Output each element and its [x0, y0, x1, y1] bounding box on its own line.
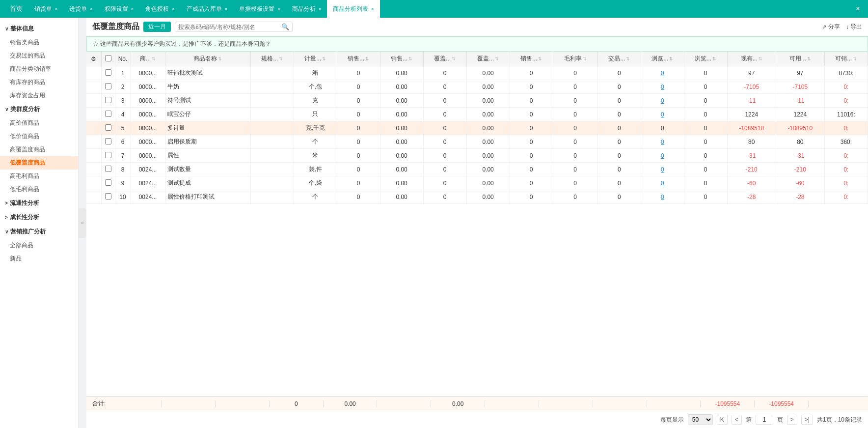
row-browse1[interactable]: 0 [641, 190, 684, 204]
col-name-header[interactable]: 商品名称⇅ [165, 52, 250, 66]
nav-sales-order[interactable]: 销货单 × [28, 0, 63, 18]
nav-close-role-auth[interactable]: × [172, 6, 175, 12]
row-browse1[interactable]: 0 [641, 176, 684, 190]
sidebar-section-liquidity[interactable]: > 流通性分析 [0, 196, 78, 210]
col-browse1-header[interactable]: 浏览...⇅ [641, 52, 684, 66]
row-settings[interactable] [86, 66, 101, 80]
row-checkbox[interactable] [105, 138, 111, 144]
col-saleable-header[interactable]: 可销...⇅ [824, 52, 868, 66]
nav-purchase-order[interactable]: 进货单 × [63, 0, 98, 18]
row-browse1[interactable]: 0 [641, 66, 684, 80]
export-button[interactable]: ↓ 导出 [846, 23, 862, 31]
nav-permission-settings[interactable]: 权限设置 × [99, 0, 139, 18]
row-settings[interactable] [86, 80, 101, 94]
sidebar-item-high-value[interactable]: 高价值商品 [0, 116, 78, 130]
share-button[interactable]: ↗ 分享 [822, 23, 840, 31]
sidebar-section-marketing[interactable]: ∨ 营销推广分析 [0, 225, 78, 239]
row-browse1[interactable]: 0 [641, 135, 684, 149]
row-settings[interactable] [86, 190, 101, 204]
row-settings[interactable] [86, 108, 101, 121]
sidebar-item-low-margin[interactable]: 低毛利商品 [0, 183, 78, 196]
col-sales3-header[interactable]: 销售...⇅ [510, 52, 553, 66]
col-cover2-header[interactable]: 覆盖...⇅ [466, 52, 510, 66]
row-settings[interactable] [86, 135, 101, 149]
row-browse1[interactable]: 0 [641, 94, 684, 108]
col-cover1-header[interactable]: 覆盖...⇅ [423, 52, 466, 66]
page-size-select[interactable]: 50 20 100 [688, 414, 713, 425]
row-settings[interactable] [86, 94, 101, 108]
nav-close-sales-order[interactable]: × [55, 6, 58, 12]
row-settings[interactable] [86, 121, 101, 135]
col-code-header[interactable]: 商...⇅ [131, 52, 165, 66]
sidebar-item-inventory-capital[interactable]: 库存资金占用 [0, 89, 78, 102]
sidebar-item-low-value[interactable]: 低价值商品 [0, 130, 78, 143]
row-browse1[interactable]: 0 [641, 121, 684, 135]
row-checkbox[interactable] [105, 124, 111, 131]
nav-close-product-list[interactable]: × [371, 6, 374, 12]
nav-product-analysis[interactable]: 商品分析 × [286, 0, 327, 18]
sidebar-item-new-products[interactable]: 新品 [0, 252, 78, 265]
sidebar-item-all-products[interactable]: 全部商品 [0, 239, 78, 252]
nav-template-settings[interactable]: 单据模板设置 × [233, 0, 286, 18]
row-checkbox[interactable] [105, 111, 111, 117]
nav-home[interactable]: 首页 [4, 0, 28, 18]
sidebar-item-category-sales-rate[interactable]: 商品分类动销率 [0, 62, 78, 76]
sidebar-item-high-coverage[interactable]: 高覆盖度商品 [0, 143, 78, 156]
row-check[interactable] [101, 121, 115, 135]
nav-role-auth[interactable]: 角色授权 × [139, 0, 180, 18]
sidebar-section-cluster[interactable]: ∨ 类群度分析 [0, 102, 78, 116]
current-page-input[interactable] [756, 415, 773, 425]
sidebar-section-overall[interactable]: ∨ 整体信息 [0, 22, 78, 36]
period-button[interactable]: 近一月 [143, 22, 171, 32]
nav-product-analysis-list[interactable]: 商品分析列表 × [327, 0, 380, 18]
nav-close-product-analysis[interactable]: × [318, 6, 321, 12]
row-browse1[interactable]: 0 [641, 108, 684, 121]
row-checkbox[interactable] [105, 97, 111, 103]
col-available-header[interactable]: 可用...⇅ [776, 52, 824, 66]
nav-product-inbound[interactable]: 产成品入库单 × [181, 0, 233, 18]
col-check-all[interactable] [101, 52, 115, 66]
nav-close-purchase-order[interactable]: × [90, 6, 93, 12]
next-page-button[interactable]: > [787, 415, 797, 425]
col-sales-qty-header[interactable]: 销售...⇅ [337, 52, 380, 66]
sidebar-item-high-margin[interactable]: 高毛利商品 [0, 170, 78, 183]
row-check[interactable] [101, 149, 115, 163]
nav-close-permission[interactable]: × [131, 6, 134, 12]
col-unit-header[interactable]: 计量...⇅ [294, 52, 337, 66]
col-browse2-header[interactable]: 浏览...⇅ [684, 52, 727, 66]
col-spec-header[interactable]: 规格...⇅ [250, 52, 294, 66]
nav-close-product-inbound[interactable]: × [225, 6, 228, 12]
row-checkbox[interactable] [105, 166, 111, 172]
row-checkbox[interactable] [105, 152, 111, 158]
row-check[interactable] [101, 94, 115, 108]
col-current-header[interactable]: 现有...⇅ [727, 52, 776, 66]
row-check[interactable] [101, 176, 115, 190]
row-check[interactable] [101, 108, 115, 121]
row-check[interactable] [101, 135, 115, 149]
app-close-button[interactable]: × [852, 4, 864, 13]
sidebar-item-in-stock-products[interactable]: 有库存的商品 [0, 76, 78, 89]
first-page-button[interactable]: K [717, 415, 728, 425]
row-checkbox[interactable] [105, 179, 111, 186]
check-all-checkbox[interactable] [105, 55, 111, 61]
row-browse1[interactable]: 0 [641, 149, 684, 163]
row-checkbox[interactable] [105, 83, 111, 89]
sidebar-item-sales-products[interactable]: 销售类商品 [0, 36, 78, 49]
sidebar-section-growth[interactable]: > 成长性分析 [0, 210, 78, 225]
row-settings[interactable] [86, 149, 101, 163]
row-settings[interactable] [86, 163, 101, 176]
search-input[interactable] [178, 24, 281, 30]
sidebar-item-traded-products[interactable]: 交易过的商品 [0, 49, 78, 62]
row-check[interactable] [101, 66, 115, 80]
row-check[interactable] [101, 163, 115, 176]
col-settings[interactable]: ⚙ [86, 52, 101, 66]
row-browse1[interactable]: 0 [641, 163, 684, 176]
prev-page-button[interactable]: < [732, 415, 742, 425]
row-check[interactable] [101, 80, 115, 94]
col-sales-amt-header[interactable]: 销售...⇅ [380, 52, 423, 66]
row-checkbox[interactable] [105, 193, 111, 200]
row-check[interactable] [101, 190, 115, 204]
sidebar-collapse-button[interactable]: « [79, 208, 86, 238]
col-trade-header[interactable]: 交易...⇅ [597, 52, 641, 66]
col-gross-margin-header[interactable]: 毛利率⇅ [553, 52, 597, 66]
